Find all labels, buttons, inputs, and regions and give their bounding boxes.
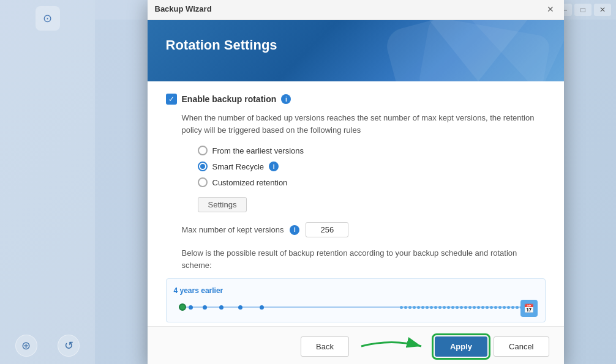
header-decoration-2 bbox=[466, 20, 564, 81]
radio-row-customized: Customized retention bbox=[198, 177, 546, 187]
add-button[interactable]: ⊕ bbox=[15, 335, 37, 357]
backup-wizard-modal: Backup Wizard ✕ Rotation Settings ✓ Enab bbox=[148, 0, 564, 364]
radio-from-earliest[interactable] bbox=[198, 146, 208, 155]
taskbar-left: ⊙ ⊕ ↺ bbox=[0, 0, 95, 364]
checkmark-icon: ✓ bbox=[168, 95, 175, 103]
modal-footer: Back Apply Cancel bbox=[148, 326, 564, 364]
radio-row-from-earliest: From the earliest versions bbox=[198, 146, 546, 155]
radio-smart-recycle[interactable] bbox=[198, 162, 208, 171]
desktop: ⊙ ⊕ ↺ — □ ✕ Backup Wizard ✕ bbox=[0, 0, 616, 364]
smart-recycle-info-icon[interactable]: i bbox=[269, 162, 279, 171]
enable-backup-rotation-label: Enable backup rotation bbox=[182, 94, 277, 104]
rotation-description: When the number of backed up versions re… bbox=[182, 112, 546, 136]
modal-title: Backup Wizard bbox=[155, 4, 212, 13]
timeline-dots bbox=[179, 303, 533, 311]
restore-button[interactable]: ↺ bbox=[58, 335, 80, 357]
tl-dot-2 bbox=[203, 305, 207, 310]
apply-button[interactable]: Apply bbox=[435, 336, 487, 357]
app-icon[interactable]: ⊙ bbox=[36, 6, 60, 31]
enable-backup-rotation-row: ✓ Enable backup rotation i bbox=[166, 94, 546, 105]
enable-backup-rotation-checkbox[interactable]: ✓ bbox=[166, 94, 177, 105]
modal-titlebar: Backup Wizard ✕ bbox=[148, 0, 564, 20]
settings-button[interactable]: Settings bbox=[198, 197, 247, 212]
timeline-dense-cluster bbox=[400, 306, 533, 309]
tl-dot-3 bbox=[219, 305, 223, 310]
modal-close-button[interactable]: ✕ bbox=[544, 3, 557, 15]
radio-label-from-earliest: From the earliest versions bbox=[212, 146, 304, 155]
modal-overlay: Backup Wizard ✕ Rotation Settings ✓ Enab bbox=[95, 0, 616, 364]
max-versions-input[interactable] bbox=[306, 222, 348, 237]
timeline-description: Below is the possible result of backup r… bbox=[182, 247, 546, 271]
timeline-calendar-icon[interactable]: 📅 bbox=[520, 300, 538, 317]
modal-body: ✓ Enable backup rotation i When the numb… bbox=[148, 81, 564, 326]
taskbar-bottom-btns: ⊕ ↺ bbox=[0, 327, 95, 364]
modal-header-title: Rotation Settings bbox=[166, 37, 277, 53]
settings-btn-row: Settings bbox=[198, 197, 546, 212]
max-versions-row: Max number of kept versions i bbox=[182, 222, 546, 237]
radio-customized-retention[interactable] bbox=[198, 177, 208, 187]
header-decoration-1 bbox=[429, 20, 527, 81]
tl-dot-5 bbox=[260, 305, 264, 310]
enable-backup-info-icon[interactable]: i bbox=[281, 94, 291, 104]
back-button[interactable]: Back bbox=[301, 336, 349, 357]
timeline-track: 📅 bbox=[174, 300, 538, 314]
tl-dot-1 bbox=[189, 305, 193, 310]
max-versions-label: Max number of kept versions bbox=[182, 225, 284, 234]
timeline-label: 4 years earlier bbox=[174, 286, 538, 295]
cancel-button[interactable]: Cancel bbox=[494, 336, 549, 357]
modal-header: Rotation Settings bbox=[148, 20, 564, 81]
radio-label-customized: Customized retention bbox=[212, 178, 288, 187]
timeline-mid-dots bbox=[189, 305, 533, 310]
max-versions-info-icon[interactable]: i bbox=[290, 225, 299, 235]
timeline-container: 4 years earlier bbox=[166, 278, 546, 322]
radio-row-smart-recycle: Smart Recycle i bbox=[198, 162, 546, 171]
tl-dot-4 bbox=[238, 305, 242, 310]
rotation-policy-radio-group: From the earliest versions Smart Recycle… bbox=[198, 146, 546, 187]
radio-label-smart-recycle: Smart Recycle bbox=[212, 162, 265, 171]
apply-arrow-indicator bbox=[355, 335, 429, 357]
timeline-start-dot bbox=[179, 303, 186, 311]
